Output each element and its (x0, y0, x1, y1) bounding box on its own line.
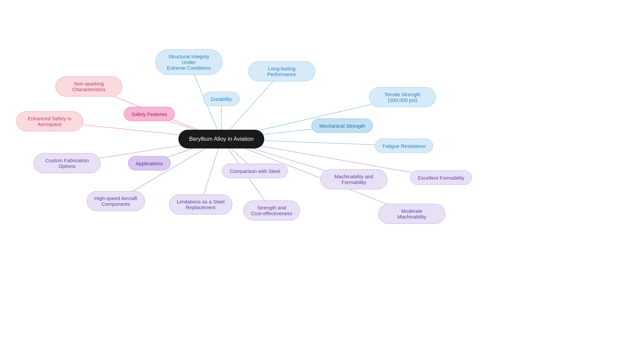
node-enhanced-safety[interactable]: Enhanced Safety in Aerospace (16, 111, 83, 131)
node-custom-fabrication[interactable]: Custom Fabrication Options (34, 153, 101, 173)
node-high-speed[interactable]: High-speed Aircraft Components (87, 191, 145, 211)
node-limitations[interactable]: Limitations as a Steel Replacement (169, 194, 232, 215)
mindmap-canvas: Beryllium Alloy in AviationDurabilityStr… (0, 0, 644, 363)
node-excellent-formability[interactable]: Excellent Formability (410, 171, 472, 185)
node-tensile-strength[interactable]: Tensile Strength (200,000 psi) (369, 87, 436, 107)
node-safety-features[interactable]: Safety Features (124, 107, 175, 121)
node-strength-cost[interactable]: Strength and Cost-effectiveness (243, 200, 300, 221)
node-non-sparking[interactable]: Non-sparking Characteristics (55, 76, 122, 97)
node-fatigue-resistance[interactable]: Fatigue Resistance (375, 139, 433, 153)
center-node[interactable]: Beryllium Alloy in Aviation (178, 130, 264, 148)
node-mechanical-strength[interactable]: Mechanical Strength (312, 119, 373, 133)
node-applications[interactable]: Applications (128, 156, 171, 171)
node-long-lasting[interactable]: Long-lasting Performance (248, 61, 315, 81)
node-moderate-machinability[interactable]: Moderate Machinability (378, 204, 445, 224)
node-machinability[interactable]: Machinability and Formability (320, 169, 387, 189)
node-structural-integrity[interactable]: Structural Integrity Under Extreme Condi… (155, 49, 222, 75)
node-comparison-steel[interactable]: Comparison with Steel (222, 164, 288, 178)
node-durability[interactable]: Durability (203, 92, 240, 106)
